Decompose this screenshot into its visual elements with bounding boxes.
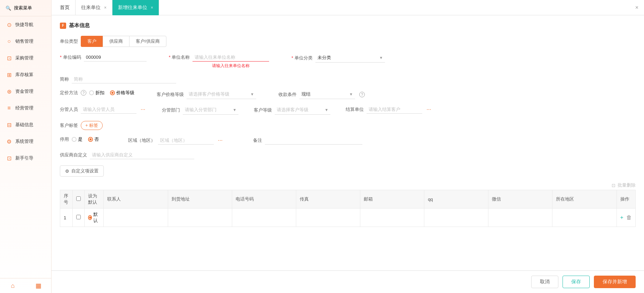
save-new-button[interactable]: 保存并新增 (594, 276, 636, 288)
unit-category-label: 单位分类 (291, 55, 313, 61)
save-button[interactable]: 保存 (563, 276, 590, 288)
batch-delete-label[interactable]: 批量删除 (618, 182, 636, 188)
sidebar-item-inventory[interactable]: ⊞ 库存核算 (0, 66, 51, 83)
sidebar-item-system[interactable]: ⚙ 系统管理 (0, 133, 51, 150)
row-wechat (488, 209, 552, 227)
close-all-btn[interactable]: × (633, 3, 641, 12)
row-address-input[interactable] (172, 214, 228, 222)
sidebar-item-sales[interactable]: ○ 销售管理 (0, 33, 51, 50)
unit-name-input[interactable] (193, 53, 269, 62)
th-contact: 联系人 (104, 190, 168, 209)
row-add-btn[interactable]: + (620, 214, 623, 221)
supplier-custom-input[interactable] (90, 151, 194, 159)
disabled-label: 停用 (60, 136, 69, 143)
settlement-label: 结算单位 (346, 106, 364, 113)
operations-icon: ≡ (6, 105, 13, 112)
nav-icon: ⊙ (6, 21, 13, 28)
table-body: 1 默认 (60, 209, 636, 227)
row-contact-input[interactable] (107, 214, 164, 222)
cancel-button[interactable]: 取消 (531, 276, 558, 288)
dept-group: 分管部门 请输入分管部门 ▼ (162, 105, 238, 115)
customer-price-chevron: ▼ (250, 92, 254, 96)
purchase-icon: ⊡ (6, 55, 13, 62)
sidebar-home-btn[interactable]: ⌂ (0, 278, 26, 293)
tab-home-label: 首页 (60, 5, 70, 11)
region-more-btn[interactable]: ··· (217, 137, 224, 144)
sidebar-menu-btn[interactable]: ▦ (26, 278, 52, 293)
unit-name-label: 单位名称 (169, 54, 190, 60)
tab-home[interactable]: 首页 (54, 0, 76, 15)
sidebar-item-basic[interactable]: ⊟ 基础信息 (0, 116, 51, 133)
select-all-checkbox[interactable] (76, 196, 81, 201)
sidebar-item-finance[interactable]: ⊛ 资金管理 (0, 83, 51, 100)
settlement-input[interactable] (367, 105, 422, 114)
sidebar-purchase-label: 采购管理 (15, 55, 33, 61)
manager-more-btn[interactable]: ··· (139, 106, 147, 113)
pricing-radio-level-label: 价格等级 (116, 90, 134, 96)
region-input[interactable] (158, 136, 214, 145)
pricing-radio-discount[interactable]: 折扣 (89, 90, 104, 96)
row-default-label: 默认 (93, 211, 100, 224)
row-del-btn[interactable]: 🗑 (626, 214, 632, 221)
disabled-radio-no[interactable]: 否 (88, 136, 99, 143)
th-wechat: 微信 (488, 190, 552, 209)
custom-settings-section: ⚙ 自定义项设置 (60, 165, 636, 177)
th-default: 设为默认 (85, 190, 104, 209)
gear-icon: ⚙ (65, 169, 69, 174)
payment-terms-help[interactable]: ? (359, 92, 365, 97)
abbr-input[interactable] (72, 75, 176, 83)
tag-group: 客户标签 + 标签 (60, 121, 103, 130)
unit-type-group: 单位类型 客户 供应商 客户/供应商 (60, 36, 166, 47)
row-wechat-input[interactable] (492, 214, 549, 222)
pricing-radio-level[interactable]: 价格等级 (110, 90, 134, 96)
custom-settings-btn[interactable]: ⚙ 自定义项设置 (60, 165, 104, 177)
payment-terms-label: 收款条件 (278, 91, 297, 98)
row-checkbox-input[interactable] (76, 215, 81, 219)
manager-input[interactable] (81, 105, 136, 114)
row-region-input[interactable] (556, 214, 613, 222)
abbr-group: 简称 (60, 75, 176, 83)
row-phone-input[interactable] (236, 214, 292, 222)
region-label: 区域（地区） (128, 137, 155, 144)
inventory-icon: ⊞ (6, 71, 13, 78)
type-btn-customer[interactable]: 客户 (81, 36, 103, 47)
sidebar-item-operations[interactable]: ≡ 经营管理 (0, 100, 51, 116)
pricing-radio-discount-circle (89, 90, 94, 95)
row-qq-input[interactable] (428, 214, 485, 222)
customer-level-label: 客户等级 (254, 107, 272, 113)
pricing-method-help[interactable]: ? (81, 90, 86, 96)
tag-add-btn[interactable]: + 标签 (81, 121, 103, 130)
guide-icon: ⊡ (6, 155, 13, 162)
remark-input[interactable] (265, 136, 362, 145)
customer-price-select[interactable]: 请选择客户价格等级 ▼ (187, 90, 256, 99)
settlement-more-btn[interactable]: ··· (425, 106, 432, 113)
dept-select[interactable]: 请输入分管部门 ▼ (183, 105, 238, 115)
sidebar-system-label: 系统管理 (15, 138, 33, 145)
sidebar-item-purchase[interactable]: ⊡ 采购管理 (0, 50, 51, 66)
sidebar-search[interactable]: 🔍 搜索菜单 (0, 0, 51, 16)
unit-code-input[interactable] (84, 53, 147, 62)
row-fax-input[interactable] (300, 214, 356, 222)
unit-info-row: 单位编码 单位名称 请输入往来单位名称 单位分类 未分类 ▼ (60, 53, 636, 69)
sidebar-item-guide[interactable]: ⊡ 新手引导 (0, 150, 51, 166)
tab-partner-close[interactable]: × (104, 5, 107, 10)
search-icon: 🔍 (6, 6, 11, 11)
type-btn-both[interactable]: 客户/供应商 (129, 36, 166, 47)
tab-new-partner[interactable]: 新增往来单位 × (112, 0, 159, 15)
customer-level-chevron: ▼ (324, 108, 328, 112)
customer-level-select[interactable]: 请选择客户等级 ▼ (275, 105, 330, 115)
type-btn-supplier[interactable]: 供应商 (103, 36, 129, 47)
tab-new-partner-close[interactable]: × (151, 5, 153, 10)
disabled-row: 停用 是 否 区域（地区） ··· 备注 (60, 136, 636, 145)
row-email-input[interactable] (364, 214, 421, 222)
row-checkbox (73, 209, 85, 227)
sidebar-nav-label: 快捷导航 (15, 22, 33, 28)
tag-row: 客户标签 + 标签 (60, 121, 636, 130)
disabled-radio-group: 是 否 (72, 136, 99, 143)
abbr-label: 简称 (60, 76, 69, 82)
sidebar-item-nav[interactable]: ⊙ 快捷导航 (0, 16, 51, 33)
unit-category-select[interactable]: 未分类 ▼ (315, 53, 385, 63)
tab-partner[interactable]: 往来单位 × (76, 0, 112, 15)
payment-terms-select[interactable]: 现结 ▼ (299, 90, 355, 99)
disabled-radio-yes[interactable]: 是 (72, 136, 83, 143)
